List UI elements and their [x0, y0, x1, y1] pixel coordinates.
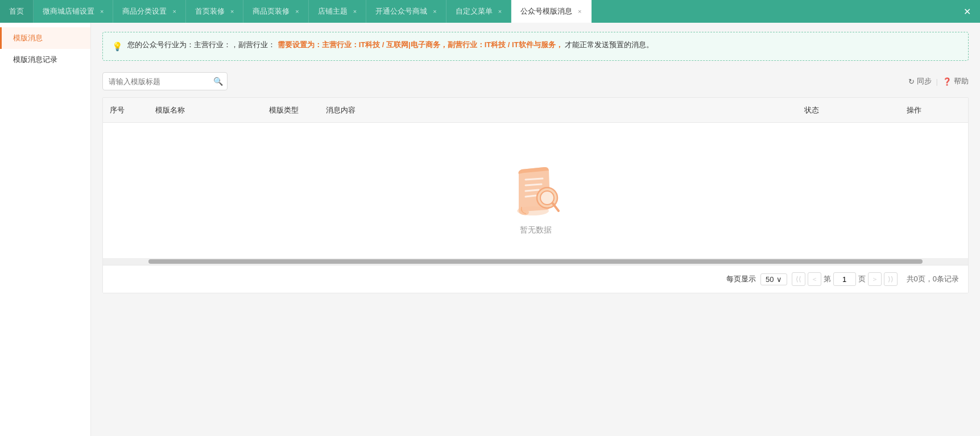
table-header: 序号 模版名称 模版类型 消息内容 状态 操作: [103, 98, 968, 123]
search-wrapper: 🔍: [102, 72, 228, 90]
tab-close-1[interactable]: ×: [100, 8, 104, 15]
tab-bar-close-btn[interactable]: ✕: [954, 6, 980, 17]
empty-text: 暂无数据: [520, 225, 552, 235]
svg-line-3: [526, 190, 539, 191]
tab-close-7[interactable]: ×: [498, 8, 502, 15]
tab-label-8: 公众号模版消息: [520, 6, 572, 16]
tab-bar: 首页微商城店铺设置 ×商品分类设置 ×首页装修 ×商品页装修 ×店铺主题 ×开通…: [0, 0, 980, 23]
empty-state: 暂无数据: [103, 123, 968, 258]
empty-state-icon: [502, 157, 570, 225]
scrollbar-thumb[interactable]: [148, 259, 923, 264]
col-header-action: 操作: [900, 105, 968, 115]
tab-label-3: 首页装修: [195, 6, 225, 16]
search-icon[interactable]: 🔍: [213, 77, 223, 86]
sync-icon: ↻: [908, 77, 915, 86]
tab-label-4: 商品页装修: [253, 6, 290, 16]
tab-item-3[interactable]: 首页装修 ×: [186, 0, 243, 23]
toolbar-right: ↻ 同步 | ❓ 帮助: [908, 76, 969, 86]
page-size-label: 每页显示: [726, 274, 756, 284]
tab-label-5: 店铺主题: [318, 6, 348, 16]
col-header-status: 状态: [797, 105, 900, 115]
svg-line-2: [526, 184, 541, 185]
page-suffix: 页: [858, 274, 866, 284]
pagination-nav: ⟨⟨ ＜ 第 页 ＞ ⟩⟩: [792, 272, 898, 286]
svg-line-1: [526, 178, 543, 180]
tab-label-1: 微商城店铺设置: [43, 6, 94, 16]
help-button[interactable]: ❓ 帮助: [942, 76, 969, 86]
search-bar: 🔍 ↻ 同步 | ❓ 帮助: [102, 72, 969, 90]
bulb-icon: 💡: [112, 40, 123, 53]
col-header-seq: 序号: [103, 105, 148, 115]
dropdown-icon: ∨: [776, 275, 782, 284]
page-prev-btn[interactable]: ＜: [808, 272, 821, 286]
tab-label-0: 首页: [9, 6, 24, 16]
sidebar-item-1[interactable]: 模版消息记录: [0, 49, 90, 70]
horizontal-scrollbar[interactable]: [103, 258, 968, 265]
tab-item-8[interactable]: 公众号模版消息 ×: [511, 0, 591, 23]
col-header-type: 模版类型: [262, 105, 319, 115]
col-header-content: 消息内容: [319, 105, 797, 115]
tab-item-2[interactable]: 商品分类设置 ×: [113, 0, 185, 23]
tab-close-3[interactable]: ×: [230, 8, 234, 15]
sync-button[interactable]: ↻ 同步: [908, 76, 932, 86]
tab-close-2[interactable]: ×: [172, 8, 176, 15]
tab-item-4[interactable]: 商品页装修 ×: [243, 0, 308, 23]
tab-close-4[interactable]: ×: [295, 8, 299, 15]
page-current-label: 第: [824, 274, 831, 284]
tab-close-5[interactable]: ×: [353, 8, 357, 15]
sidebar: 模版消息模版消息记录: [0, 23, 91, 436]
tab-item-5[interactable]: 店铺主题 ×: [309, 0, 366, 23]
tab-label-7: 自定义菜单: [456, 6, 493, 16]
page-total: 共0页，0条记录: [907, 274, 959, 284]
pagination: 每页显示 50 ∨ ⟨⟨ ＜ 第 页 ＞ ⟩⟩ 共0页，0条记录: [103, 265, 968, 293]
main-layout: 模版消息模版消息记录 💡 您的公众号行业为：主营行业：，副营行业： 需要设置为：…: [0, 23, 980, 436]
search-input[interactable]: [102, 72, 228, 90]
info-banner: 💡 您的公众号行业为：主营行业：，副营行业： 需要设置为：主营行业：IT科技 /…: [102, 32, 969, 61]
col-header-name: 模版名称: [148, 105, 262, 115]
page-next-btn[interactable]: ＞: [868, 272, 882, 286]
data-table: 序号 模版名称 模版类型 消息内容 状态 操作: [102, 97, 969, 293]
tab-label-2: 商品分类设置: [122, 6, 167, 16]
svg-line-4: [526, 196, 536, 197]
tab-close-6[interactable]: ×: [433, 8, 436, 15]
page-size-select[interactable]: 50 ∨: [760, 273, 787, 285]
main-content: 💡 您的公众号行业为：主营行业：，副营行业： 需要设置为：主营行业：IT科技 /…: [91, 23, 980, 436]
sidebar-item-0[interactable]: 模版消息: [0, 27, 90, 49]
tab-item-7[interactable]: 自定义菜单 ×: [446, 0, 511, 23]
tab-item-6[interactable]: 开通公众号商城 ×: [366, 0, 446, 23]
tab-item-0[interactable]: 首页: [0, 0, 34, 23]
tab-item-1[interactable]: 微商城店铺设置 ×: [34, 0, 113, 23]
toolbar-divider: |: [936, 77, 938, 86]
banner-text: 您的公众号行业为：主营行业：，副营行业： 需要设置为：主营行业：IT科技 / 互…: [127, 39, 654, 51]
page-last-btn[interactable]: ⟩⟩: [884, 272, 898, 286]
help-icon: ❓: [942, 77, 952, 86]
page-first-btn[interactable]: ⟨⟨: [792, 272, 805, 286]
tab-close-8[interactable]: ×: [578, 8, 581, 15]
tab-label-6: 开通公众号商城: [375, 6, 427, 16]
page-number-input[interactable]: [833, 272, 856, 286]
